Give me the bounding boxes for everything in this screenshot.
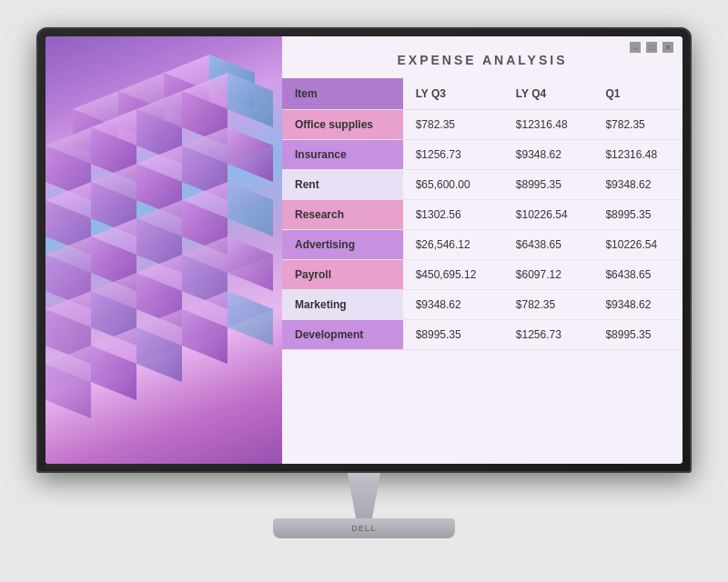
table-row: Insurance $1256.73 $9348.62 $12316.48 [282, 140, 682, 170]
cell-q1: $9348.62 [592, 170, 682, 200]
svg-marker-55 [228, 236, 273, 291]
close-button[interactable]: ✕ [662, 42, 673, 53]
svg-marker-67 [228, 291, 273, 346]
monitor-bezel: – □ ✕ [36, 27, 692, 473]
cell-q1: $9348.62 [592, 290, 682, 320]
table-row: Payroll $450,695.12 $6097.12 $6438.65 [282, 260, 682, 290]
cell-lyq3: $26,546.12 [403, 230, 503, 260]
cell-lyq3: $450,695.12 [403, 260, 503, 290]
cell-q1: $8995.35 [592, 320, 682, 350]
expense-content: EXPENSE ANALYSIS Item LY Q3 LY Q4 Q1 Off… [282, 36, 682, 464]
cell-item: Payroll [282, 260, 403, 290]
minimize-button[interactable]: – [630, 42, 641, 53]
cell-q1: $12316.48 [592, 140, 682, 170]
cell-lyq4: $8995.35 [503, 170, 593, 200]
table-row: Marketing $9348.62 $782.35 $9348.62 [282, 290, 682, 320]
cell-lyq4: $10226.54 [503, 200, 593, 230]
cell-item: Rent [282, 170, 403, 200]
svg-marker-31 [228, 127, 273, 182]
cell-q1: $6438.65 [592, 260, 682, 290]
cell-q1: $782.35 [592, 110, 682, 140]
cell-lyq3: $9348.62 [403, 290, 503, 320]
monitor-stand-neck [337, 473, 391, 518]
col-header-lyq3: LY Q3 [403, 78, 503, 110]
cell-item: Office supplies [282, 110, 403, 140]
cell-lyq4: $6097.12 [503, 260, 593, 290]
cell-lyq4: $9348.62 [503, 140, 593, 170]
cell-item: Insurance [282, 140, 403, 170]
table-row: Development $8995.35 $1256.73 $8995.35 [282, 320, 682, 350]
table-row: Rent $65,600.00 $8995.35 $9348.62 [282, 170, 682, 200]
cell-item: Marketing [282, 290, 403, 320]
monitor-stand-base: DELL [273, 518, 455, 538]
cell-item: Advertising [282, 230, 403, 260]
cell-q1: $8995.35 [592, 200, 682, 230]
monitor-screen: – □ ✕ [46, 36, 682, 464]
bezel-bottom [46, 464, 682, 469]
window-controls: – □ ✕ [630, 42, 673, 53]
page-title: EXPENSE ANALYSIS [282, 36, 682, 78]
cell-lyq4: $6438.65 [503, 230, 593, 260]
monitor: – □ ✕ [36, 27, 692, 555]
cell-item: Development [282, 320, 403, 350]
cell-lyq4: $12316.48 [503, 110, 593, 140]
table-row: Advertising $26,546.12 $6438.65 $10226.5… [282, 230, 682, 260]
maximize-button[interactable]: □ [646, 42, 657, 53]
col-header-item: Item [282, 78, 403, 110]
cell-lyq4: $1256.73 [503, 320, 593, 350]
col-header-lyq4: LY Q4 [503, 78, 593, 110]
cell-lyq3: $1302.56 [403, 200, 503, 230]
table-row: Office supplies $782.35 $12316.48 $782.3… [282, 110, 682, 140]
cell-lyq3: $8995.35 [403, 320, 503, 350]
cell-lyq3: $65,600.00 [403, 170, 503, 200]
cell-item: Research [282, 200, 403, 230]
table-row: Research $1302.56 $10226.54 $8995.35 [282, 200, 682, 230]
cell-lyq3: $782.35 [403, 110, 503, 140]
dell-logo: DELL [351, 524, 377, 533]
cell-lyq3: $1256.73 [403, 140, 503, 170]
cell-lyq4: $782.35 [503, 290, 593, 320]
cell-q1: $10226.54 [592, 230, 682, 260]
col-header-q1: Q1 [592, 78, 682, 110]
expense-table: Item LY Q3 LY Q4 Q1 Office supplies $782… [282, 78, 682, 350]
decorative-art [46, 36, 282, 464]
svg-marker-43 [228, 182, 273, 236]
